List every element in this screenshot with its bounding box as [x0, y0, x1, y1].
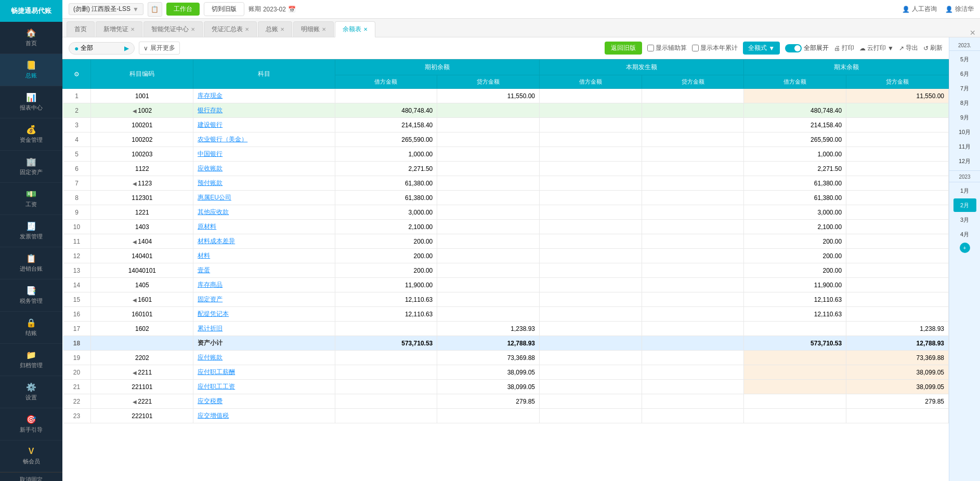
sidebar-item-report[interactable]: 📊 报表中心 — [0, 86, 62, 118]
subject-cell[interactable]: 固定资产 — [193, 292, 335, 307]
sidebar-item-close[interactable]: 🔒 结账 — [0, 312, 62, 344]
curr-debit-cell — [540, 394, 642, 409]
subject-cell[interactable]: 壹蛋 — [193, 263, 335, 278]
export-button[interactable]: ↗ 导出 — [899, 44, 918, 52]
sidebar-item-assets[interactable]: 🏢 固定资产 — [0, 151, 62, 183]
end-debit-cell: 3,000.00 — [744, 205, 846, 220]
toggle-switch[interactable] — [785, 44, 802, 52]
sidebar-item-member[interactable]: V 畅会员 — [0, 440, 62, 472]
tab-balance-close[interactable]: ✕ — [363, 26, 368, 32]
refresh-button[interactable]: ↺ 刷新 — [923, 44, 943, 52]
format-button[interactable]: 全额式 ▼ — [743, 42, 780, 55]
copy-button[interactable]: 📋 — [148, 2, 162, 17]
sidebar-item-ledger[interactable]: 📒 总账 — [0, 54, 62, 86]
subject-cell[interactable]: 原材料 — [193, 220, 335, 234]
sidebar-item-sales[interactable]: 📋 进销台账 — [0, 247, 62, 279]
tab-detail-close[interactable]: ✕ — [322, 26, 326, 32]
show-aux-checkbox[interactable]: 显示辅助算 — [647, 44, 687, 52]
subject-cell[interactable]: 预付账款 — [193, 176, 335, 191]
cloud-print-button[interactable]: ☁ 云打印 ▼ — [859, 44, 894, 52]
sidebar-item-capital[interactable]: 💰 资金管理 — [0, 118, 62, 151]
user-area[interactable]: 👤 徐洁华 — [945, 5, 974, 14]
subject-cell[interactable]: 应付职工工资 — [193, 380, 335, 394]
workbench-button[interactable]: 工作台 — [166, 3, 200, 16]
consult-area[interactable]: 👤 人工咨询 — [902, 5, 937, 14]
subject-cell[interactable]: 材料 — [193, 249, 335, 263]
right-panel-oct[interactable]: 10月 — [953, 125, 976, 139]
show-ytd-check[interactable] — [692, 45, 699, 51]
end-credit-cell — [846, 263, 949, 278]
expand-all-toggle[interactable]: 全部展开 — [785, 44, 829, 52]
tab-new-voucher[interactable]: 新增凭证 ✕ — [96, 21, 142, 37]
sidebar-item-invoice[interactable]: 🧾 发票管理 — [0, 215, 62, 247]
show-aux-check[interactable] — [647, 45, 654, 51]
subject-cell[interactable]: 中国银行 — [193, 147, 335, 162]
curr-credit-cell — [642, 234, 744, 249]
right-panel-mar[interactable]: 3月 — [953, 213, 976, 226]
subject-cell[interactable]: 库存现金 — [193, 89, 335, 103]
subject-cell[interactable]: 材料成本差异 — [193, 234, 335, 249]
sidebar-item-home[interactable]: 🏠 首页 — [0, 22, 62, 54]
switch-version-button[interactable]: 切到旧版 — [204, 2, 244, 16]
subject-cell[interactable]: 应收账款 — [193, 162, 335, 176]
curr-debit-cell — [540, 162, 642, 176]
subject-cell[interactable]: 应付职工薪酬 — [193, 365, 335, 380]
company-selector[interactable]: (勿删) 江西股圣-LSS ▼ — [69, 3, 143, 15]
return-old-version-button[interactable]: 返回旧版 — [605, 42, 642, 55]
subject-cell[interactable]: 配提凭记本 — [193, 307, 335, 322]
search-input[interactable] — [81, 45, 122, 52]
tab-smart-center[interactable]: 智能凭证中心 ✕ — [143, 21, 203, 37]
search-box[interactable]: ● ▶ — [69, 42, 135, 55]
bottom-pin-label[interactable]: 取消固定 — [20, 476, 43, 481]
subject-cell[interactable]: 农业银行（美金） — [193, 132, 335, 147]
tab-new-voucher-close[interactable]: ✕ — [130, 26, 135, 32]
show-ytd-checkbox[interactable]: 显示本年累计 — [692, 44, 738, 52]
sidebar-item-archive[interactable]: 📁 归档管理 — [0, 344, 62, 376]
sidebar-item-tax[interactable]: 📑 税务管理 — [0, 279, 62, 312]
sidebar-invoice-label: 发票管理 — [20, 233, 43, 240]
tab-home[interactable]: 首页 — [67, 21, 95, 37]
tab-voucher-summary-close[interactable]: ✕ — [245, 26, 249, 32]
sidebar-item-guide[interactable]: 🎯 新手引导 — [0, 408, 62, 440]
right-panel-jan[interactable]: 1月 — [953, 184, 976, 197]
right-panel-jun[interactable]: 6月 — [953, 67, 976, 81]
right-panel-jul[interactable]: 7月 — [953, 82, 976, 95]
curr-debit-cell — [540, 380, 642, 394]
search-arrow-icon[interactable]: ▶ — [124, 45, 129, 52]
right-panel-add-icon[interactable]: + — [960, 243, 970, 253]
right-panel-may[interactable]: 5月 — [953, 52, 976, 66]
calendar-icon[interactable]: 📅 — [288, 6, 296, 13]
subject-cell[interactable]: 库存商品 — [193, 278, 335, 292]
sidebar-report-label: 报表中心 — [20, 104, 43, 112]
close-all-icon[interactable]: ✕ — [970, 29, 976, 37]
tab-ledger[interactable]: 总账 ✕ — [258, 21, 292, 37]
subject-cell[interactable]: 应付账款 — [193, 351, 335, 365]
tab-voucher-summary[interactable]: 凭证汇总表 ✕ — [204, 21, 257, 37]
tab-balance[interactable]: 余额表 ✕ — [335, 21, 375, 37]
right-panel-feb[interactable]: 2月 — [953, 198, 976, 212]
expand-more-button[interactable]: ∨ 展开更多 — [139, 42, 180, 55]
subject-cell[interactable]: 银行存款 — [193, 103, 335, 118]
right-panel-aug[interactable]: 8月 — [953, 96, 976, 110]
subject-cell[interactable]: 其他应收款 — [193, 205, 335, 220]
curr-credit-cell — [642, 336, 744, 351]
subject-cell[interactable]: 应交增值税 — [193, 409, 335, 423]
end-debit-cell: 61,380.00 — [744, 191, 846, 205]
right-panel-dec[interactable]: 12月 — [953, 154, 976, 168]
subject-cell[interactable]: 建设银行 — [193, 118, 335, 132]
tab-ledger-close[interactable]: ✕ — [280, 26, 284, 32]
right-panel-sep[interactable]: 9月 — [953, 111, 976, 124]
subject-cell[interactable]: 应交税费 — [193, 394, 335, 409]
tab-smart-center-close[interactable]: ✕ — [191, 26, 195, 32]
period-credit-cell — [437, 409, 540, 423]
subject-cell[interactable]: 累计折旧 — [193, 322, 335, 336]
sidebar-item-settings[interactable]: ⚙️ 设置 — [0, 376, 62, 408]
end-debit-cell: 61,380.00 — [744, 176, 846, 191]
print-button[interactable]: 🖨 打印 — [834, 44, 854, 52]
subject-cell[interactable]: 惠属EU公司 — [193, 191, 335, 205]
end-credit-cell — [846, 249, 949, 263]
sidebar-item-wages[interactable]: 💵 工资 — [0, 183, 62, 215]
right-panel-apr[interactable]: 4月 — [953, 228, 976, 241]
right-panel-nov[interactable]: 11月 — [953, 140, 976, 153]
tab-detail[interactable]: 明细账 ✕ — [293, 21, 334, 37]
